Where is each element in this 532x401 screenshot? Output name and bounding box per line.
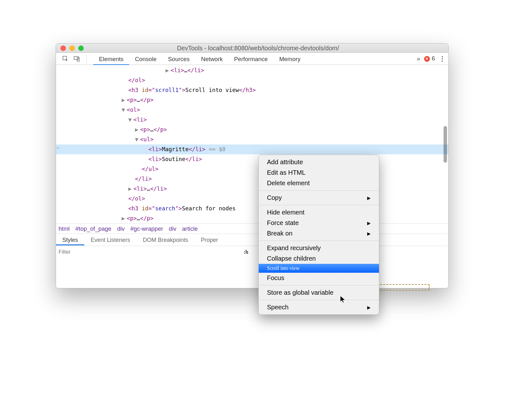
dom-line[interactable]: </ul>: [56, 164, 448, 174]
dom-line[interactable]: <li>Soutine</li>: [56, 154, 448, 164]
tab-console[interactable]: Console: [129, 53, 162, 65]
context-menu: Add attribute Edit as HTML Delete elemen…: [258, 155, 379, 315]
ctx-separator: [259, 190, 379, 191]
ctx-focus[interactable]: Focus: [259, 273, 379, 283]
ctx-store-global[interactable]: Store as global variable: [259, 287, 379, 298]
ctx-break-label: Break on: [267, 230, 292, 237]
window-controls: [56, 46, 84, 51]
dom-line[interactable]: ▶<li>…</li>: [56, 66, 448, 75]
svg-rect-1: [74, 57, 78, 60]
dom-line[interactable]: </li>: [56, 174, 448, 184]
submenu-arrow-icon: ▶: [367, 231, 371, 236]
ctx-collapse-children[interactable]: Collapse children: [259, 253, 379, 264]
more-tabs-icon[interactable]: »: [417, 55, 420, 62]
dom-line[interactable]: ▼<ul>: [56, 135, 448, 144]
dom-line[interactable]: ▶<p>…</p>: [56, 95, 448, 105]
ctx-scroll-into-view[interactable]: Scroll into view: [259, 264, 379, 273]
toolbar-right: » ✕ 6: [417, 55, 446, 62]
dom-tree[interactable]: ▶<li>…</li> </ol> <h3 id="scroll1">Scrol…: [56, 65, 448, 223]
hov-label[interactable]: :h: [244, 249, 248, 255]
stab-event-listeners[interactable]: Event Listeners: [84, 235, 136, 245]
dom-line-selected[interactable]: <li>Magritte</li> == $0: [56, 144, 448, 154]
window-title: DevTools - localhost:8080/web/tools/chro…: [84, 45, 448, 52]
filter-row: :h: [56, 246, 448, 258]
submenu-arrow-icon: ▶: [367, 305, 371, 310]
tab-sources[interactable]: Sources: [162, 53, 195, 65]
dom-line[interactable]: </ol>: [56, 75, 448, 85]
selected-gutter: …: [56, 142, 63, 152]
ctx-add-attribute[interactable]: Add attribute: [259, 157, 379, 167]
breadcrumbs: html #top_of_page div #gc-wrapper div ar…: [56, 223, 448, 234]
ctx-break-on[interactable]: Break on▶: [259, 228, 379, 239]
submenu-arrow-icon: ▶: [367, 195, 371, 200]
filter-input[interactable]: [56, 247, 244, 257]
ctx-separator: [259, 285, 379, 285]
maximize-window-button[interactable]: [78, 46, 84, 51]
tab-elements[interactable]: Elements: [93, 53, 129, 65]
dom-line[interactable]: ▶<p>…</p>: [56, 125, 448, 135]
ctx-copy-label: Copy: [267, 194, 282, 201]
tab-performance[interactable]: Performance: [228, 53, 274, 65]
inspect-icon[interactable]: [62, 55, 69, 62]
tab-memory[interactable]: Memory: [274, 53, 306, 65]
stab-dom-breakpoints[interactable]: DOM Breakpoints: [136, 235, 194, 245]
error-icon: ✕: [424, 56, 430, 62]
scrollbar[interactable]: [444, 126, 447, 163]
toolbar: Elements Console Sources Network Perform…: [56, 53, 448, 65]
elements-panel[interactable]: … ▶<li>…</li> </ol> <h3 id="scroll1">Scr…: [56, 65, 448, 223]
dom-line[interactable]: ▼<ol>: [56, 105, 448, 115]
crumb-div[interactable]: div: [117, 225, 125, 232]
dom-line[interactable]: ▼<li>: [56, 115, 448, 125]
ctx-separator: [259, 241, 379, 241]
panel-tabs: Elements Console Sources Network Perform…: [93, 53, 306, 65]
ctx-delete-element[interactable]: Delete element: [259, 178, 379, 188]
dom-line[interactable]: <h3 id="scroll1">Scroll into view</h3>: [56, 85, 448, 95]
stab-properties[interactable]: Proper: [194, 235, 224, 245]
crumb-div-2[interactable]: div: [169, 225, 177, 232]
crumb-gc-wrapper[interactable]: #gc-wrapper: [130, 225, 163, 232]
styles-tabs: Styles Event Listeners DOM Breakpoints P…: [56, 234, 448, 246]
crumb-top-of-page[interactable]: #top_of_page: [75, 225, 111, 232]
dom-line[interactable]: ▶<li>…</li>: [56, 184, 448, 194]
close-window-button[interactable]: [60, 46, 66, 51]
ctx-speech-label: Speech: [267, 304, 289, 311]
device-toggle-icon[interactable]: [73, 55, 80, 62]
ctx-edit-as-html[interactable]: Edit as HTML: [259, 167, 379, 178]
ctx-expand-recursively[interactable]: Expand recursively: [259, 243, 379, 253]
minimize-window-button[interactable]: [69, 46, 75, 51]
crumb-html[interactable]: html: [59, 225, 70, 232]
devtools-window: DevTools - localhost:8080/web/tools/chro…: [56, 43, 449, 288]
ctx-force-label: Force state: [267, 219, 299, 227]
error-count: 6: [432, 55, 435, 62]
ctx-force-state[interactable]: Force state▶: [259, 218, 379, 228]
dom-line[interactable]: <h3 id="search">Search for nodes: [56, 204, 448, 214]
ctx-separator: [259, 300, 379, 300]
dom-line[interactable]: </ol>: [56, 194, 448, 204]
stab-styles[interactable]: Styles: [56, 235, 84, 245]
toolbar-divider: [87, 55, 87, 63]
error-badge[interactable]: ✕ 6: [424, 55, 435, 62]
titlebar: DevTools - localhost:8080/web/tools/chro…: [56, 44, 448, 53]
ctx-speech[interactable]: Speech▶: [259, 302, 379, 313]
dom-line[interactable]: ▶<p>…</p>: [56, 214, 448, 223]
ctx-copy[interactable]: Copy▶: [259, 193, 379, 203]
crumb-article[interactable]: article: [182, 225, 198, 232]
tab-network[interactable]: Network: [195, 53, 228, 65]
kebab-menu-icon[interactable]: [439, 56, 446, 62]
ctx-separator: [259, 205, 379, 205]
ctx-hide-element[interactable]: Hide element: [259, 207, 379, 218]
submenu-arrow-icon: ▶: [367, 221, 371, 226]
